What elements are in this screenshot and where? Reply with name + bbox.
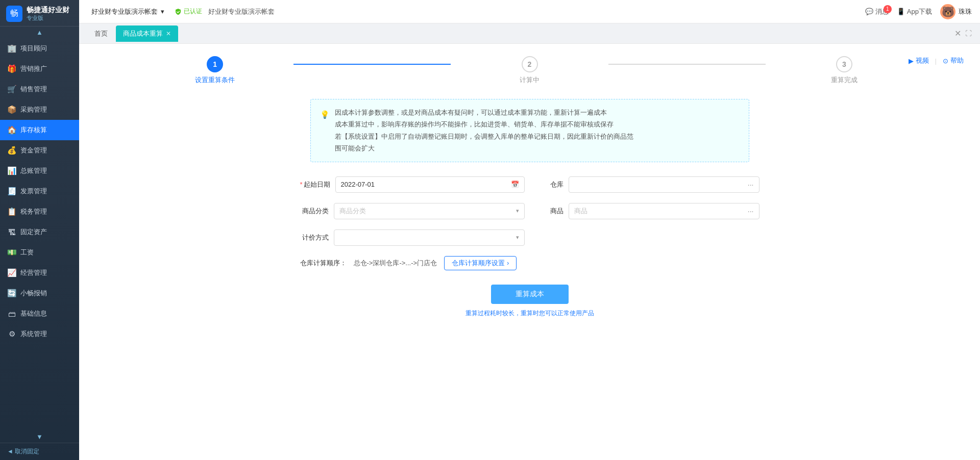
stepper-label-2: 计算中 xyxy=(520,75,540,85)
sidebar-item-purchase[interactable]: 📦 采购管理 xyxy=(0,99,79,120)
message-badge: 1 xyxy=(884,5,892,13)
warehouse-order-settings-button[interactable]: 仓库计算顺序设置 › xyxy=(444,256,517,270)
warehouse-label: 仓库 xyxy=(535,180,564,189)
inventory-icon: 🏠 xyxy=(7,125,16,135)
sidebar-logo: 畅 畅捷通好业财 专业版 xyxy=(0,0,79,27)
message-button[interactable]: 💬 消息 1 xyxy=(865,7,889,16)
sidebar-scroll-up[interactable]: ▲ xyxy=(0,27,79,38)
sidebar-nav: 🏢 项目顾问 🎁 营销推广 🛒 销售管理 📦 采购管理 🏠 库存核算 💰 资金管… xyxy=(0,38,79,431)
category-label: 商品分类 xyxy=(300,207,329,216)
product-field: 商品 商品 ··· xyxy=(535,203,760,219)
sidebar-item-sales[interactable]: 🛒 销售管理 xyxy=(0,79,79,99)
sidebar-item-label: 营销推广 xyxy=(20,64,47,73)
product-select[interactable]: 商品 ··· xyxy=(569,203,760,219)
project-advisory-icon: 🏢 xyxy=(7,44,16,53)
header-right: 💬 消息 1 📱 App下载 🐻 珠珠 xyxy=(865,4,972,19)
pricing-select[interactable]: ▾ xyxy=(334,229,525,246)
avatar: 🐻 xyxy=(940,4,955,19)
sidebar-unpin-button[interactable]: ◄ 取消固定 xyxy=(0,443,79,460)
tab-home[interactable]: 首页 xyxy=(87,25,115,42)
sidebar-item-label: 固定资产 xyxy=(20,227,47,237)
accounting-icon: 📊 xyxy=(7,166,16,175)
start-date-input[interactable]: 📅 xyxy=(335,176,525,193)
shield-icon xyxy=(175,8,182,15)
stepper-label-3: 重算完成 xyxy=(831,75,857,85)
sidebar-logo-title: 畅捷通好业财 xyxy=(27,5,69,14)
payroll-icon: 💵 xyxy=(7,248,16,257)
warehouse-field: 仓库 ··· xyxy=(535,176,760,193)
stepper-circle-3: 3 xyxy=(836,56,852,72)
warehouse-order-label: 仓库计算顺序： xyxy=(300,259,347,268)
category-arrow-icon: ▾ xyxy=(516,208,519,214)
sidebar-item-label: 采购管理 xyxy=(20,105,47,114)
close-window-button[interactable]: ✕ xyxy=(954,29,961,38)
tab-close-button[interactable]: ✕ xyxy=(166,31,171,37)
account-selector-arrow: ▾ xyxy=(161,8,164,15)
category-select[interactable]: 商品分类 ▾ xyxy=(334,203,525,219)
tab-cost-recalc-label: 商品成本重算 xyxy=(123,29,163,38)
sidebar-item-label: 工资 xyxy=(20,248,34,257)
submit-note: 重算过程耗时较长，重算时您可以正常使用产品 xyxy=(465,309,594,318)
pricing-field: 计价方式 ▾ xyxy=(300,229,525,246)
sidebar-item-tax[interactable]: 📋 税务管理 xyxy=(0,201,79,222)
stepper-connector-1 xyxy=(293,64,451,65)
finance-icon: 💰 xyxy=(7,146,16,155)
recalculate-button[interactable]: 重算成本 xyxy=(491,285,569,304)
stepper-label-1: 设置重算条件 xyxy=(195,75,235,85)
required-star: * xyxy=(300,181,303,188)
warehouse-order-btn-icon: › xyxy=(507,259,509,267)
operations-icon: 📈 xyxy=(7,268,16,277)
tax-icon: 📋 xyxy=(7,207,16,216)
sidebar-item-system[interactable]: ⚙ 系统管理 xyxy=(0,324,79,344)
submit-area: 重算成本 重算过程耗时较长，重算时您可以正常使用产品 xyxy=(300,285,760,318)
sidebar-item-finance[interactable]: 💰 资金管理 xyxy=(0,140,79,161)
sidebar-scroll-down[interactable]: ▼ xyxy=(0,431,79,443)
username-label: 珠珠 xyxy=(959,7,972,16)
sidebar-item-label: 小畅报销 xyxy=(20,289,47,298)
product-label: 商品 xyxy=(535,207,564,216)
verified-label: 已认证 xyxy=(184,7,202,16)
product-placeholder: 商品 xyxy=(574,207,745,216)
stepper-item-3: 3 重算完成 xyxy=(766,56,923,85)
header: 好业财专业版演示帐套 ▾ 已认证 好业财专业版演示帐套 💬 消息 1 📱 App… xyxy=(79,0,980,23)
account-selector-label: 好业财专业版演示帐套 xyxy=(91,7,158,16)
header-account-name: 好业财专业版演示帐套 xyxy=(208,7,275,16)
tab-home-label: 首页 xyxy=(94,29,108,38)
tab-cost-recalc[interactable]: 商品成本重算 ✕ xyxy=(116,25,178,42)
user-menu[interactable]: 🐻 珠珠 xyxy=(940,4,972,19)
sidebar-item-payroll[interactable]: 💵 工资 xyxy=(0,242,79,263)
sidebar-item-basic-info[interactable]: 🗃 基础信息 xyxy=(0,303,79,324)
start-date-text[interactable] xyxy=(341,181,508,188)
info-icon: 💡 xyxy=(320,108,330,121)
start-date-field: *起始日期 📅 xyxy=(300,176,525,193)
form-section: *起始日期 📅 仓库 ··· 商 xyxy=(300,176,760,318)
warehouse-ellipsis-icon: ··· xyxy=(748,181,754,189)
calendar-icon[interactable]: 📅 xyxy=(511,181,519,188)
sidebar-item-project-advisory[interactable]: 🏢 项目顾问 xyxy=(0,38,79,59)
sidebar-item-operations[interactable]: 📈 经营管理 xyxy=(0,263,79,283)
sidebar-item-marketing[interactable]: 🎁 营销推广 xyxy=(0,59,79,79)
stepper-connector-2 xyxy=(608,64,766,65)
form-row-1: *起始日期 📅 仓库 ··· xyxy=(300,176,760,193)
maximize-window-button[interactable]: ⛶ xyxy=(965,30,972,37)
sidebar-item-label: 项目顾问 xyxy=(20,44,47,53)
start-date-label: *起始日期 xyxy=(300,180,330,189)
info-text: 因成本计算参数调整，或是对商品成本有疑问时，可以通过成本重算功能，重新计算一遍成… xyxy=(335,107,633,155)
warehouse-order-btn-label: 仓库计算顺序设置 xyxy=(452,259,505,268)
sidebar-item-invoice[interactable]: 🧾 发票管理 xyxy=(0,181,79,201)
phone-icon: 📱 xyxy=(897,8,905,15)
sidebar-item-label: 资金管理 xyxy=(20,146,47,155)
account-selector[interactable]: 好业财专业版演示帐套 ▾ xyxy=(87,5,168,18)
sidebar-item-expense[interactable]: 🔄 小畅报销 xyxy=(0,283,79,303)
sidebar-item-fixed-assets[interactable]: 🏗 固定资产 xyxy=(0,222,79,242)
app-download-button[interactable]: 📱 App下载 xyxy=(897,7,932,16)
main-area: 好业财专业版演示帐套 ▾ 已认证 好业财专业版演示帐套 💬 消息 1 📱 App… xyxy=(79,0,980,460)
sidebar-item-label: 发票管理 xyxy=(20,187,47,196)
sidebar-item-label: 经营管理 xyxy=(20,268,47,277)
sidebar-item-accounting[interactable]: 📊 总账管理 xyxy=(0,161,79,181)
invoice-icon: 🧾 xyxy=(7,187,16,196)
sidebar-item-inventory[interactable]: 🏠 库存核算 xyxy=(0,120,79,140)
warehouse-select[interactable]: ··· xyxy=(569,176,760,193)
category-field: 商品分类 商品分类 ▾ xyxy=(300,203,525,219)
stepper-circle-2: 2 xyxy=(522,56,538,72)
